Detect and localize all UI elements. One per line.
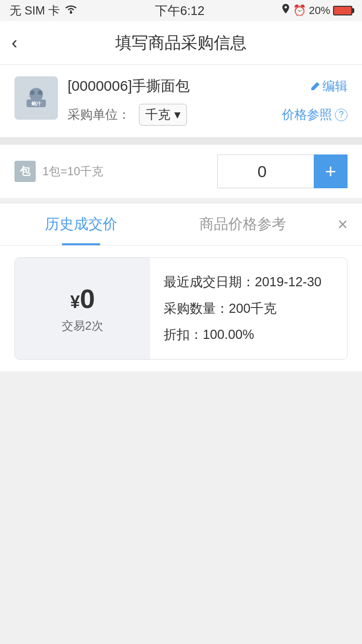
unit-label-group: 采购单位： 千克 ▾ (68, 104, 187, 126)
tab-history-price[interactable]: 历史成交价 (0, 203, 162, 245)
page-title: 填写商品采购信息 (115, 32, 247, 54)
svg-point-0 (70, 12, 72, 14)
price-card: ¥0 交易2次 最近成交日期：2019-12-30 采购数量：200千克 折扣：… (14, 257, 348, 360)
qty-value: 200千克 (229, 301, 277, 316)
product-unit-row: 采购单位： 千克 ▾ 价格参照 ? (68, 104, 348, 126)
product-info: [0000006]手撕面包 编辑 采购单位： 千克 ▾ 价格参照 ? (68, 76, 348, 126)
edit-button[interactable]: 编辑 (310, 78, 348, 95)
price-ref-label: 价格参照 (282, 106, 332, 123)
price-ref-button[interactable]: 价格参照 ? (282, 106, 348, 123)
price-value: 0 (80, 283, 95, 314)
status-left: 无 SIM 卡 (10, 3, 78, 18)
tab-bar: 历史成交价 商品价格参考 × (0, 203, 362, 246)
svg-point-2 (30, 90, 35, 95)
unit-conversion: 1包=10千克 (42, 164, 103, 179)
info-icon: ? (335, 109, 348, 121)
price-left: ¥0 交易2次 (15, 258, 150, 359)
date-label: 最近成交日期： (164, 275, 255, 289)
unit-value: 千克 (145, 106, 170, 123)
battery-icon (333, 6, 352, 15)
price-amount: ¥0 (70, 283, 95, 314)
price-right: 最近成交日期：2019-12-30 采购数量：200千克 折扣：100.00% (150, 258, 347, 359)
status-right: ⏰ 20% (281, 4, 352, 17)
tab-product-price[interactable]: 商品价格参考 (162, 203, 323, 245)
dropdown-icon: ▾ (174, 107, 181, 122)
tab-product-label: 商品价格参考 (199, 214, 286, 234)
product-name-row: [0000006]手撕面包 编辑 (68, 76, 348, 96)
discount-value: 100.00% (203, 327, 254, 342)
history-content: ¥0 交易2次 最近成交日期：2019-12-30 采购数量：200千克 折扣：… (0, 246, 362, 371)
status-time: 下午6:12 (155, 2, 205, 19)
tab-history-label: 历史成交价 (45, 214, 117, 234)
unit-select[interactable]: 千克 ▾ (139, 104, 187, 126)
section-divider (0, 137, 362, 145)
product-name: [0000006]手撕面包 (68, 76, 190, 96)
transaction-count: 交易2次 (62, 318, 103, 334)
detail-row-date: 最近成交日期：2019-12-30 (164, 272, 334, 292)
status-bar: 无 SIM 卡 下午6:12 ⏰ 20% (0, 0, 362, 21)
svg-point-3 (38, 90, 42, 95)
wifi-icon (64, 4, 78, 17)
quantity-row: 包 1包=10千克 + (0, 145, 362, 198)
unit-label: 采购单位： (68, 107, 130, 122)
quantity-plus-button[interactable]: + (314, 154, 348, 188)
content-background (0, 371, 362, 644)
carrier-text: 无 SIM 卡 (10, 3, 60, 18)
currency-symbol: ¥ (70, 292, 80, 312)
product-thumbnail: 鲍汁 (14, 76, 58, 120)
product-header: 鲍汁 [0000006]手撕面包 编辑 采购单位： 千克 ▾ (14, 76, 348, 126)
date-value: 2019-12-30 (255, 275, 321, 289)
tab-close-button[interactable]: × (323, 214, 362, 235)
back-button[interactable]: ‹ (12, 33, 17, 53)
battery-percent: 20% (309, 4, 330, 17)
quantity-input-wrap: + (217, 154, 348, 188)
qty-label: 采购数量： (164, 301, 229, 316)
detail-row-discount: 折扣：100.00% (164, 325, 334, 345)
product-card: 鲍汁 [0000006]手撕面包 编辑 采购单位： 千克 ▾ (0, 65, 362, 137)
tab-active-indicator (62, 243, 100, 245)
discount-label: 折扣： (164, 327, 203, 342)
alarm-icon: ⏰ (293, 4, 306, 17)
svg-text:鲍汁: 鲍汁 (31, 101, 42, 106)
detail-row-qty: 采购数量：200千克 (164, 299, 334, 319)
location-icon (281, 4, 290, 17)
unit-icon: 包 (14, 161, 36, 182)
bottom-panel: 历史成交价 商品价格参考 × ¥0 交易2次 最近成交日期：2019-12-30… (0, 203, 362, 371)
unit-info: 包 1包=10千克 (14, 161, 217, 182)
nav-bar: ‹ 填写商品采购信息 (0, 21, 362, 65)
quantity-input[interactable] (217, 154, 314, 188)
